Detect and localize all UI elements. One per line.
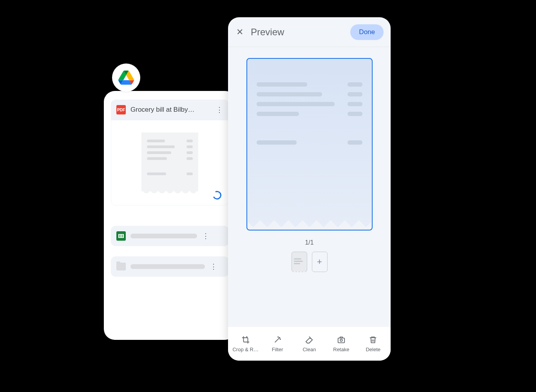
preview-title: Preview [251, 27, 344, 38]
close-icon[interactable]: ✕ [235, 27, 244, 37]
preview-body: 1/1 + [228, 47, 391, 327]
more-options-icon[interactable]: ⋮ [215, 105, 223, 114]
preview-header: ✕ Preview Done [228, 17, 391, 47]
svg-point-2 [278, 336, 278, 337]
tool-label: Delete [366, 347, 380, 352]
tool-label: Crop & R… [232, 347, 258, 352]
more-options-icon[interactable]: ⋮ [210, 262, 217, 271]
done-button[interactable]: Done [350, 24, 384, 40]
page-counter: 1/1 [305, 239, 313, 246]
file-row-sheets[interactable]: ⋮ [111, 226, 229, 246]
plus-icon: + [317, 257, 322, 267]
camera-icon [337, 336, 346, 344]
page-thumbnail-strip: + [292, 252, 328, 272]
tool-label: Clean [302, 347, 316, 352]
svg-point-0 [279, 337, 280, 338]
clean-button[interactable]: Clean [295, 336, 324, 352]
svg-point-1 [280, 339, 281, 339]
crop-rotate-icon [241, 336, 250, 344]
filter-button[interactable]: Filter [263, 336, 292, 352]
preview-toolbar: Crop & R… Filter Clean Retake Delete [228, 327, 391, 361]
file-thumbnail-card[interactable] [111, 120, 229, 205]
delete-button[interactable]: Delete [359, 336, 388, 352]
scanned-page-preview[interactable] [246, 58, 373, 230]
receipt-thumbnail [141, 132, 198, 193]
page-thumbnail[interactable] [292, 252, 307, 272]
folder-icon [116, 262, 126, 271]
google-drive-logo [112, 64, 140, 92]
more-options-icon[interactable]: ⋮ [202, 232, 210, 240]
magic-wand-icon [273, 336, 282, 344]
retake-button[interactable]: Retake [327, 336, 356, 352]
scan-preview-panel: ✕ Preview Done 1/1 + [228, 17, 391, 361]
svg-rect-3 [338, 338, 345, 343]
pdf-icon: PDF [116, 105, 126, 114]
drive-icon [118, 71, 134, 85]
drive-file-list-panel: PDF Grocery bill at Bilby… ⋮ [104, 91, 236, 340]
file-title-placeholder [130, 264, 205, 269]
sheets-icon [116, 231, 126, 241]
trash-icon [369, 336, 377, 344]
file-row-folder[interactable]: ⋮ [111, 256, 229, 277]
loading-spinner-icon [212, 190, 223, 201]
file-row-pdf[interactable]: PDF Grocery bill at Bilby… ⋮ [111, 100, 229, 120]
eraser-icon [305, 336, 313, 344]
crop-rotate-button[interactable]: Crop & R… [231, 336, 260, 352]
add-page-button[interactable]: + [312, 252, 328, 272]
file-title: Grocery bill at Bilby… [130, 106, 211, 114]
svg-point-4 [340, 339, 342, 341]
tool-label: Retake [333, 347, 349, 352]
file-title-placeholder [130, 234, 197, 238]
tool-label: Filter [272, 347, 283, 352]
